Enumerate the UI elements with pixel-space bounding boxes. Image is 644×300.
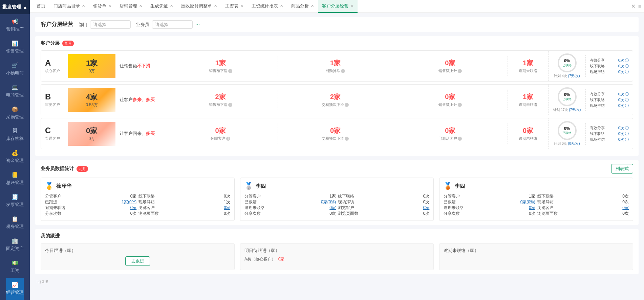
circle-plan-link[interactable]: (7天/次) (569, 108, 581, 112)
tab-close-icon[interactable]: ✕ (280, 4, 283, 8)
staff-stat-val[interactable]: 0家 (622, 205, 629, 211)
list-view-button[interactable]: 列表式 (611, 164, 633, 174)
staff-stat-row: 线下联络 0次 (138, 193, 230, 199)
staff-label: 业务员 (136, 22, 149, 28)
stat-label: 销售额下滑i (209, 102, 232, 107)
tab-label: 工资表 (225, 3, 238, 9)
filter-more-icon[interactable]: ··· (195, 22, 200, 28)
info-icon[interactable]: i (345, 137, 349, 141)
sidebar-item-xiaodian[interactable]: 🛒小畅电商 (6, 58, 24, 80)
sidebar-icon-zhanghu: 📒 (12, 172, 18, 178)
tab-close-icon[interactable]: ✕ (170, 4, 173, 8)
tab-more[interactable]: ≡ (638, 3, 641, 9)
sidebar-item-caigou[interactable]: 📦采购管理 (6, 102, 24, 124)
sidebar-item-yingxiao[interactable]: 📢营销推广 (6, 14, 24, 36)
tab-close-icon[interactable]: ✕ (108, 4, 111, 8)
right-stat-label: 有效分享 (590, 125, 605, 131)
staff-stat-label: 分管客户 (45, 193, 61, 199)
sidebar-item-gongzi[interactable]: 💵工资 (6, 256, 24, 278)
contact-num: 1家 (523, 59, 533, 68)
stat-label: 已激活客户i (438, 136, 462, 141)
right-stat-val[interactable]: 0次 ⓘ (618, 137, 629, 142)
info-icon[interactable]: i (341, 69, 345, 73)
right-stat-val[interactable]: 0次 ⓘ (618, 131, 629, 136)
right-stats: 有效分享 0次 ⓘ 线下联络 0次 ⓘ 现场拜访 0次 ⓘ (585, 123, 633, 145)
sidebar-collapse-icon[interactable]: ▲ (23, 4, 27, 10)
right-stat-val[interactable]: 0次 ⓘ (618, 64, 629, 69)
follow-sub-val: 0家 (278, 256, 285, 262)
staff-stat-val[interactable]: 0家 (329, 205, 336, 211)
stat-box: 0家 已激活客户i (393, 123, 508, 144)
staff-stat-label: 逾期未联络 (45, 205, 65, 211)
tab-close-icon[interactable]: ✕ (82, 4, 85, 8)
staff-stat-val: 0次 (622, 199, 629, 205)
tier-count-num: 0家 (86, 126, 98, 136)
staff-stat-val[interactable]: 0家(0%) (321, 199, 336, 205)
info-icon[interactable]: i (226, 137, 230, 141)
tab-应收应付调整单[interactable]: 应收应付调整单✕ (177, 0, 221, 13)
tab-销货单[interactable]: 销货单✕ (89, 0, 115, 13)
biz-section: 业务员数据统计 九月 列表式 🥇 徐泽华 分管客户 0家 已跟进 1家(0%) … (35, 160, 639, 225)
tab-工资统计报表[interactable]: 工资统计报表✕ (248, 0, 287, 13)
sidebar-item-zijin[interactable]: 💰资金管理 (6, 146, 24, 168)
staff-stat-val[interactable]: 0家 (529, 205, 535, 211)
circle-sub: 已联络 (562, 97, 572, 101)
tab-close-icon[interactable]: ✕ (311, 4, 314, 8)
staff-stat-val[interactable]: 0家 (423, 205, 430, 211)
tab-close-icon[interactable]: ✕ (139, 4, 142, 8)
info-icon[interactable]: i (458, 69, 462, 73)
staff-stat-label: 逾期未联络 (444, 205, 464, 211)
sidebar-top[interactable]: 批发管理 ▲ (0, 0, 30, 14)
sidebar-item-zhanghu[interactable]: 📒总账管理 (6, 168, 24, 190)
right-stat-val[interactable]: 0次 ⓘ (618, 97, 629, 102)
sidebar-item-xiaoshou[interactable]: 📊销售管理 (6, 36, 24, 58)
info-icon[interactable]: i (228, 69, 232, 73)
right-stat-val[interactable]: 0次 ⓘ (618, 69, 629, 74)
tier-stats: 2家 销售额下滑i 2家 交易频次下滑i 0家 销售额上升i (163, 87, 508, 113)
tab-close-icon[interactable]: ✕ (350, 4, 353, 8)
right-stat-val[interactable]: 0次 ⓘ (618, 92, 629, 97)
staff-stat-val[interactable]: 0家 (224, 205, 230, 211)
sidebar-item-fapiao[interactable]: 🧾发票管理 (6, 190, 24, 212)
info-icon[interactable]: i (458, 103, 462, 107)
sidebar-label-zijin: 资金管理 (6, 158, 24, 164)
circle-plan-link[interactable]: (7天/次) (568, 74, 580, 78)
right-stat-val[interactable]: 0次 ⓘ (618, 103, 629, 108)
tab-生成凭证[interactable]: 生成凭证✕ (146, 0, 177, 13)
tab-close-icon[interactable]: ✕ (240, 4, 243, 8)
follow-goto-button[interactable]: 去跟进 (125, 256, 150, 266)
tier-count-num: 1家 (86, 58, 98, 68)
dept-select[interactable]: 请选择 (90, 20, 131, 29)
right-stat-val[interactable]: 0次 ⓘ (618, 58, 629, 63)
info-icon[interactable]: i (458, 137, 462, 141)
right-stat-val[interactable]: 0次 ⓘ (618, 125, 629, 131)
tier-letter: C (45, 126, 51, 135)
staff-stats-left: 分管客户 1家 已跟进 0家(0%) 逾期未联络 0家 分享次数 0次 (444, 193, 535, 216)
sidebar-item-gudingzichan[interactable]: 🏢固定资产 (6, 234, 24, 256)
info-icon[interactable]: i (345, 103, 349, 107)
tab-工资表[interactable]: 工资表✕ (221, 0, 248, 13)
tab-客户分层经营[interactable]: 客户分层经营✕ (318, 0, 358, 13)
staff-stat-val[interactable]: 0家(0%) (520, 199, 535, 205)
tab-close-icon[interactable]: ✕ (214, 4, 217, 8)
staff-stat-row: 已跟进 0家(0%) (444, 199, 535, 205)
sidebar-item-shuiwu[interactable]: 📋税务管理 (6, 212, 24, 234)
tab-close-all[interactable]: ✕ (631, 3, 636, 9)
right-stat-label: 现场拜访 (590, 69, 605, 74)
sidebar-item-jingying[interactable]: 📈经营管理 (6, 278, 24, 300)
staff-stat-val[interactable]: 0家 (130, 205, 137, 211)
tab-首页[interactable]: 首页 (33, 0, 49, 13)
sidebar-item-kucun[interactable]: 🗄库存核算 (6, 124, 24, 146)
tab-门店商品目录[interactable]: 门店商品目录✕ (49, 0, 89, 13)
follow-sub-label: A类（核心客户） (244, 256, 276, 262)
staff-stat-val[interactable]: 1家(0%) (122, 199, 136, 205)
staff-select[interactable]: 请选择 (152, 20, 193, 29)
staff-stat-label: 浏览页面数 (338, 211, 358, 216)
staff-stat-val: 0次 (130, 211, 137, 216)
tab-商品分析[interactable]: 商品分析✕ (287, 0, 318, 13)
info-icon[interactable]: i (228, 103, 232, 107)
staff-stat-row: 分享次数 0次 (444, 211, 535, 216)
tab-店铺管理[interactable]: 店铺管理✕ (115, 0, 146, 13)
sidebar-item-diangshang[interactable]: 💻电商管理 (6, 80, 24, 102)
circle-plan-link[interactable]: (0天/次) (568, 142, 580, 145)
